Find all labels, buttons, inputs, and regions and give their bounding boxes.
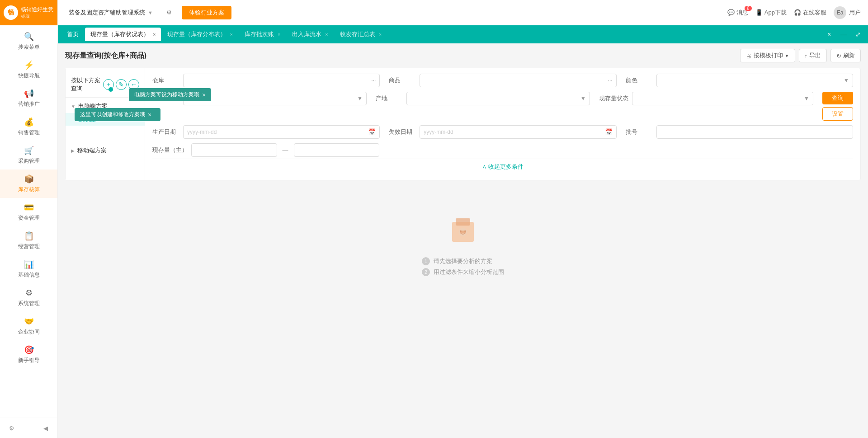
svg-rect-1 — [456, 218, 470, 226]
filter-panel: 按以下方案查询 + ✎ ← 电脑方案可设为移动方案哦 × — [65, 68, 861, 180]
main-area: 装备及固定资产辅助管理系统 ▼ ⚙ 体验行业方案 💬 消息 6 📱 App下载 … — [58, 0, 868, 438]
stock-status-field: 现存量状态 ▼ — [599, 92, 813, 105]
sidebar-item-enterprise[interactable]: 🤝 企业协同 — [0, 312, 57, 340]
warehouse-label: 仓库 — [152, 76, 179, 85]
query-btn[interactable]: 查询 — [822, 92, 853, 104]
tab-stock-batch[interactable]: 库存批次账 × — [239, 28, 286, 41]
system-selector[interactable]: 装备及固定资产辅助管理系统 ▼ — [65, 7, 156, 19]
sidebar-item-stock[interactable]: 📦 库存核算 — [0, 170, 57, 198]
app-logo: 畅 畅销通好生意 标版 — [0, 0, 57, 25]
sidebar-item-finance[interactable]: 💳 资金管理 — [0, 198, 57, 226]
origin-label: 产地 — [376, 94, 403, 103]
avatar: Ea — [834, 6, 846, 19]
tab-close-stock-batch[interactable]: × — [278, 32, 280, 37]
empty-step-1: 1 请先选择要分析的方案 — [422, 257, 504, 265]
origin-chevron-icon: ▼ — [580, 95, 586, 102]
tab-stock-status[interactable]: 现存量（库存状况表） × — [85, 28, 161, 41]
sidebar-item-marketing[interactable]: 📢 营销推广 — [0, 84, 57, 113]
expire-date-calendar-icon: 📅 — [605, 128, 613, 136]
expire-date-input[interactable]: yyyy-mm-dd 📅 — [420, 125, 616, 139]
origin-select[interactable]: ▼ — [406, 92, 590, 105]
stock-qty-max-input[interactable] — [294, 143, 380, 157]
tab-home[interactable]: 首页 — [61, 28, 84, 41]
phone-icon: 📱 — [755, 9, 763, 16]
enterprise-icon: 🤝 — [24, 316, 34, 326]
stock-status-select[interactable]: ▼ — [632, 92, 813, 105]
batch-input[interactable] — [656, 125, 853, 139]
goods-field: 商品 ··· — [389, 74, 616, 87]
collapse-sidebar-btn[interactable]: ◀ — [38, 422, 54, 434]
tab-close-all-btn[interactable]: × — [823, 28, 835, 41]
guide-icon: 🎯 — [24, 345, 34, 355]
svg-point-5 — [464, 230, 466, 231]
settings-gear-btn[interactable]: ⚙ — [162, 5, 176, 20]
export-btn[interactable]: ↑ 导出 — [799, 49, 827, 62]
highlight-dot-1 — [108, 87, 113, 92]
filter-row-1: 仓库 ··· 商品 ··· 颜色 — [152, 74, 853, 87]
search-icon: 🔍 — [24, 32, 34, 42]
empty-state: 1 请先选择要分析的方案 2 用过滤条件来缩小分析范围 — [65, 184, 861, 306]
user-profile[interactable]: Ea 用户 — [834, 6, 861, 19]
tab-close-stock-dist[interactable]: × — [230, 32, 232, 37]
tab-maximize-btn[interactable]: ⤢ — [852, 28, 864, 41]
page-actions: 🖨 按模板打印 ▼ ↑ 导出 ↻ 刷新 — [740, 49, 861, 62]
base-icon: 📊 — [24, 259, 34, 269]
sidebar-item-guide[interactable]: 🎯 新手引导 — [0, 340, 57, 369]
chevron-down-icon: ▼ — [148, 10, 153, 15]
tab-minimize-btn[interactable]: — — [837, 28, 850, 41]
edit-scheme-btn[interactable]: ✎ — [116, 79, 127, 90]
sidebar-item-system[interactable]: ⚙ 系统管理 — [0, 283, 57, 312]
tab-close-stock-inout[interactable]: × — [325, 32, 328, 37]
collapse-filter-btn[interactable]: ∧ 收起更多条件 — [152, 159, 853, 174]
system-icon: ⚙ — [25, 288, 33, 298]
filter-row-3: 生产日期 yyyy-mm-dd 📅 失效日期 yyyy-mm-dd 📅 — [152, 125, 853, 139]
color-field: 颜色 ▼ — [626, 74, 853, 87]
sidebar-item-operation[interactable]: 📋 经营管理 — [0, 226, 57, 255]
origin-field: 产地 ▼ — [376, 92, 590, 105]
export-icon: ↑ — [805, 52, 808, 59]
sidebar-item-base[interactable]: 📊 基础信息 — [0, 255, 57, 283]
tooltip2-close-btn[interactable]: × — [148, 111, 151, 118]
top-header: 装备及固定资产辅助管理系统 ▼ ⚙ 体验行业方案 💬 消息 6 📱 App下载 … — [58, 0, 868, 25]
tree-mobile-section[interactable]: ▶ 移动端方案 — [66, 144, 145, 157]
tab-stock-collect[interactable]: 收发存汇总表 × — [335, 28, 387, 41]
online-service-action[interactable]: 🎧 在线客服 — [794, 9, 826, 17]
sidebar: 畅 畅销通好生意 标版 🔍 搜索菜单 ⚡ 快捷导航 📢 营销推广 💰 销售管理 … — [0, 0, 58, 438]
stock-qty-field: 现存量（主） — — [152, 143, 379, 157]
sidebar-item-sales[interactable]: 💰 销售管理 — [0, 113, 57, 141]
operation-icon: 📋 — [24, 231, 34, 241]
stock-status-chevron-icon: ▼ — [804, 95, 809, 102]
print-btn[interactable]: 🖨 按模板打印 ▼ — [740, 49, 795, 62]
tab-close-stock-collect[interactable]: × — [379, 32, 382, 37]
refresh-btn[interactable]: ↻ 刷新 — [830, 49, 861, 62]
goods-label: 商品 — [389, 76, 416, 85]
sidebar-item-quick-nav[interactable]: ⚡ 快捷导航 — [0, 56, 57, 84]
sidebar-item-purchase[interactable]: 🛒 采购管理 — [0, 141, 57, 170]
refresh-icon: ↻ — [836, 52, 841, 59]
warehouse-select[interactable]: ··· — [183, 74, 380, 87]
tab-close-stock-status[interactable]: × — [153, 32, 156, 37]
tooltip1-close-btn[interactable]: × — [202, 91, 206, 99]
sales-icon: 💰 — [24, 117, 34, 127]
empty-steps-list: 1 请先选择要分析的方案 2 用过滤条件来缩小分析范围 — [422, 254, 504, 279]
trial-button[interactable]: 体验行业方案 — [182, 6, 231, 19]
settings-btn[interactable]: ⚙ — [4, 422, 20, 434]
sidebar-item-search[interactable]: 🔍 搜索菜单 — [0, 27, 57, 56]
tooltip-scheme-mobile: 电脑方案可设为移动方案哦 × — [129, 88, 211, 101]
filter-row-2-wrapper: 尺码 ▼ 产地 ▼ — [152, 92, 853, 121]
purchase-icon: 🛒 — [24, 146, 34, 155]
goods-select[interactable]: ··· — [420, 74, 616, 87]
stock-qty-min-input[interactable] — [191, 143, 277, 157]
headset-icon: 🎧 — [794, 9, 801, 16]
tab-stock-inout[interactable]: 出入库流水 × — [287, 28, 333, 41]
color-select[interactable]: ▼ — [656, 74, 853, 87]
color-label: 颜色 — [626, 76, 653, 85]
sidebar-nav: 🔍 搜索菜单 ⚡ 快捷导航 📢 营销推广 💰 销售管理 🛒 采购管理 📦 库存核… — [0, 25, 57, 418]
logo-icon: 畅 — [4, 5, 18, 20]
tab-stock-dist[interactable]: 现存量（库存分布表） × — [162, 28, 238, 41]
app-download-action[interactable]: 📱 App下载 — [755, 9, 787, 17]
message-action[interactable]: 💬 消息 6 — [727, 9, 748, 17]
reset-btn[interactable]: 设置 — [822, 107, 853, 121]
prod-date-input[interactable]: yyyy-mm-dd 📅 — [183, 125, 380, 139]
content-area: 现存量查询(按仓库+商品) 🖨 按模板打印 ▼ ↑ 导出 ↻ 刷新 — [58, 43, 868, 438]
